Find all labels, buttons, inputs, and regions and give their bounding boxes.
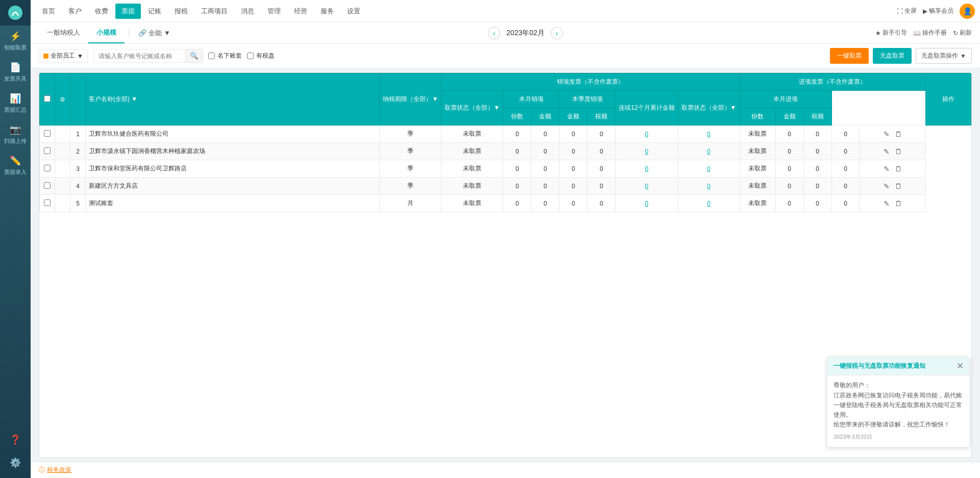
row-checkbox-2[interactable] bbox=[44, 165, 51, 171]
row-month-sale-count-0: 0 bbox=[503, 125, 531, 143]
row-month-purchase-amount-2: 0 bbox=[803, 160, 831, 178]
manual-icon: 📖 bbox=[913, 30, 921, 37]
checkbox-account[interactable] bbox=[208, 53, 215, 59]
sidebar-item-invoice-summary[interactable]: 📊 票据汇总 bbox=[0, 88, 31, 119]
manual-label: 操作手册 bbox=[922, 29, 947, 37]
search-button[interactable]: 🔍 bbox=[185, 49, 203, 62]
sidebar-item-smart-fetch[interactable]: ⚡ 智能取票 bbox=[0, 26, 31, 57]
employee-select[interactable]: 全部员工 ▼ bbox=[39, 49, 88, 63]
topnav-item-clients[interactable]: 客户 bbox=[62, 4, 88, 19]
header-month-purchase-amount: 金额 bbox=[775, 108, 803, 125]
checkbox-tax[interactable] bbox=[247, 53, 254, 59]
edit-icon-2[interactable]: ✎ bbox=[884, 165, 890, 173]
employee-select-arrow: ▼ bbox=[77, 53, 83, 60]
row-year-sale-tax-1: 0 bbox=[678, 143, 740, 160]
subtab-general[interactable]: 一般纳税人 bbox=[39, 23, 88, 43]
header-month-purchase-tax: 税额 bbox=[803, 108, 831, 125]
subtab-small[interactable]: 小规模 bbox=[88, 23, 125, 43]
topnav-item-operate[interactable]: 经营 bbox=[288, 4, 313, 19]
one-click-fetch-btn[interactable]: 一键取票 bbox=[830, 48, 869, 64]
topnav-item-invoice[interactable]: 票据 bbox=[115, 4, 141, 19]
no-disk-fetch-btn[interactable]: 无盘取票 bbox=[873, 48, 912, 64]
row-month-sale-count-4: 0 bbox=[503, 195, 531, 212]
sidebar-item-data-entry[interactable]: ✏️ 票据录入 bbox=[0, 150, 31, 181]
user-avatar[interactable]: 👤 bbox=[960, 4, 975, 19]
table-row: 4 新建区方方文具店 季 未取票 0 0 0 0 0 0 未取票 0 0 0 ✎… bbox=[40, 178, 971, 195]
next-month-btn[interactable]: › bbox=[551, 27, 563, 39]
prev-month-btn[interactable]: ‹ bbox=[488, 27, 500, 39]
view-icon-4[interactable]: 🗒 bbox=[895, 199, 902, 208]
search-input[interactable] bbox=[93, 50, 185, 62]
edit-icon-1[interactable]: ✎ bbox=[884, 147, 890, 156]
current-date: 2023年02月 bbox=[506, 29, 545, 38]
view-icon-0[interactable]: 🗒 bbox=[895, 130, 902, 138]
row-month-purchase-tax-0: 0 bbox=[831, 125, 860, 143]
refresh-btn[interactable]: ↻ 刷新 bbox=[953, 29, 972, 37]
vip-btn[interactable]: ▶ 畅享会员 bbox=[923, 7, 953, 15]
invoice-issue-icon: 📄 bbox=[10, 62, 21, 73]
topnav-item-billing[interactable]: 收费 bbox=[89, 4, 114, 19]
new-guide-btn[interactable]: ★ 新手引导 bbox=[875, 29, 907, 37]
notification-header: 一键报税与无盘取票功能恢复通知 ✕ bbox=[827, 357, 969, 375]
view-icon-2[interactable]: 🗒 bbox=[895, 165, 902, 173]
row-checkbox-3[interactable] bbox=[44, 182, 51, 189]
row-quarter-sale-amount-4: 0 bbox=[559, 195, 587, 212]
edit-icon-4[interactable]: ✎ bbox=[884, 199, 890, 208]
row-month-purchase-count-4: 0 bbox=[775, 195, 803, 212]
row-month-purchase-count-2: 0 bbox=[775, 160, 803, 178]
sidebar-item-scan-upload[interactable]: 📷 扫描上传 bbox=[0, 119, 31, 150]
topnav-item-accounting[interactable]: 记账 bbox=[142, 4, 167, 19]
new-guide-icon: ★ bbox=[875, 30, 881, 37]
row-quarter-sale-tax-3: 0 bbox=[587, 178, 616, 195]
row-month-purchase-amount-1: 0 bbox=[803, 143, 831, 160]
manual-btn[interactable]: 📖 操作手册 bbox=[913, 29, 947, 37]
row-month-purchase-amount-3: 0 bbox=[803, 178, 831, 195]
row-checkbox-0[interactable] bbox=[44, 130, 51, 137]
checkbox-account-label[interactable]: 名下账套 bbox=[208, 52, 242, 60]
notification-close-btn[interactable]: ✕ bbox=[957, 361, 963, 371]
no-disk-ops-btn[interactable]: 无盘取票操作 ▼ bbox=[916, 48, 972, 64]
row-checkbox-1[interactable] bbox=[44, 147, 51, 154]
header-seq-col bbox=[70, 73, 86, 125]
topnav-item-service[interactable]: 服务 bbox=[314, 4, 340, 19]
topnav-item-home[interactable]: 首页 bbox=[36, 4, 61, 19]
row-tax-period-2: 季 bbox=[380, 160, 442, 178]
row-checkbox-4[interactable] bbox=[44, 199, 51, 206]
status-bar: ⓘ 税务政策 bbox=[31, 462, 980, 478]
topnav-item-bizproject[interactable]: 工商项目 bbox=[195, 4, 234, 19]
row-month-sale-amount-0: 0 bbox=[531, 125, 559, 143]
refresh-label: 刷新 bbox=[960, 29, 972, 37]
row-sale-status-4: 未取票 bbox=[442, 195, 503, 212]
edit-icon-3[interactable]: ✎ bbox=[884, 182, 890, 190]
topnav-item-manage[interactable]: 管理 bbox=[261, 4, 287, 19]
row-month-purchase-amount-4: 0 bbox=[803, 195, 831, 212]
question-icon: ⓘ bbox=[39, 466, 45, 474]
row-month-sale-amount-3: 0 bbox=[531, 178, 559, 195]
row-tax-period-0: 季 bbox=[380, 125, 442, 143]
row-purchase-status-2: 未取票 bbox=[740, 160, 775, 178]
subtab-all[interactable]: 🔗 全能 ▼ bbox=[133, 26, 176, 41]
sidebar: ⚡ 智能取票 📄 发票开具 📊 票据汇总 📷 扫描上传 ✏️ 票据录入 ❓ ⚙️ bbox=[0, 0, 31, 478]
sidebar-item-smart-fetch-label: 智能取票 bbox=[4, 44, 27, 52]
checkbox-tax-label[interactable]: 有税盘 bbox=[247, 52, 275, 60]
topnav: 首页 客户 收费 票据 记账 报税 工商项目 消息 管理 经营 服务 设置 ⛶ … bbox=[31, 0, 980, 22]
header-sale-group: 销项发票（不含作废票） bbox=[442, 73, 740, 91]
topnav-item-message[interactable]: 消息 bbox=[235, 4, 260, 19]
row-sale-status-0: 未取票 bbox=[442, 125, 503, 143]
topnav-item-tax[interactable]: 报税 bbox=[168, 4, 194, 19]
table-row: 1 卫辉市玖玖健合医药有限公司 季 未取票 0 0 0 0 0 0 未取票 0 … bbox=[40, 125, 971, 143]
sidebar-settings-icon[interactable]: ⚙️ bbox=[0, 452, 31, 473]
select-all-checkbox[interactable] bbox=[44, 95, 51, 102]
row-actions-4: ✎ 🗒 bbox=[860, 195, 926, 212]
edit-icon-0[interactable]: ✎ bbox=[884, 130, 890, 138]
fullscreen-btn[interactable]: ⛶ 全屏 bbox=[897, 7, 917, 15]
scan-upload-icon: 📷 bbox=[10, 124, 21, 135]
view-icon-3[interactable]: 🗒 bbox=[895, 182, 902, 190]
tax-policy-link[interactable]: 税务政策 bbox=[47, 466, 71, 474]
view-icon-1[interactable]: 🗒 bbox=[895, 147, 902, 156]
topnav-item-settings[interactable]: 设置 bbox=[341, 4, 366, 19]
sidebar-bottom: ❓ ⚙️ bbox=[0, 430, 31, 478]
sidebar-item-invoice-issue[interactable]: 📄 发票开具 bbox=[0, 57, 31, 88]
row-sale-status-1: 未取票 bbox=[442, 143, 503, 160]
sidebar-help-icon[interactable]: ❓ bbox=[0, 430, 31, 450]
